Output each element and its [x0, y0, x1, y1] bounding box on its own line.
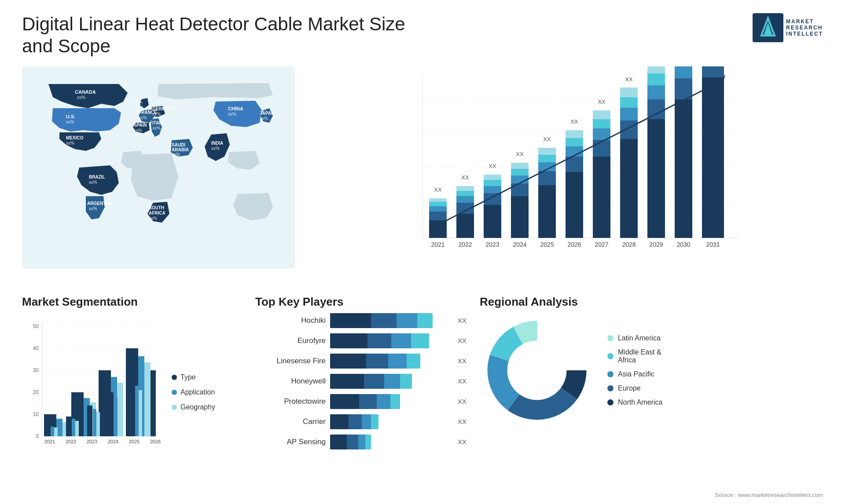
svg-text:xx%: xx%	[89, 206, 97, 211]
player-name-linesense: Linesense Fire	[255, 357, 326, 365]
svg-rect-89	[647, 73, 665, 85]
player-row-protectowire: Protectowire XX	[255, 394, 467, 409]
svg-text:BRAZIL: BRAZIL	[89, 175, 105, 179]
legend-dot-application	[172, 390, 177, 395]
svg-text:SPAIN: SPAIN	[134, 123, 147, 128]
svg-rect-88	[647, 85, 665, 99]
svg-rect-82	[620, 108, 638, 121]
player-bar-linesense	[330, 354, 451, 369]
usa-shape	[52, 108, 121, 131]
svg-rect-152	[108, 392, 114, 436]
svg-text:xx%: xx%	[172, 152, 180, 157]
player-row-honeywell: Honeywell XX	[255, 374, 467, 389]
svg-text:xx%: xx%	[134, 128, 142, 133]
region-dot-ap	[607, 371, 614, 377]
logo-area: MARKET RESEARCH INTELLECT	[753, 13, 823, 42]
legend-europe: Europe	[607, 384, 662, 392]
svg-rect-145	[54, 427, 58, 436]
svg-text:2026: 2026	[567, 241, 581, 248]
svg-rect-44	[456, 214, 474, 238]
player-bar-carrier	[330, 414, 451, 429]
svg-rect-48	[456, 186, 474, 191]
player-value-apsensing: XX	[458, 438, 467, 446]
svg-text:2024: 2024	[108, 439, 118, 444]
africa-shape	[131, 153, 178, 201]
svg-text:30: 30	[33, 367, 39, 373]
region-dot-la	[607, 335, 614, 341]
svg-rect-153	[114, 397, 118, 436]
svg-rect-148	[75, 421, 79, 436]
svg-text:xx%: xx%	[228, 112, 236, 117]
players-section: Top Key Players Hochiki XX Eurofyre	[255, 295, 467, 504]
svg-rect-42	[429, 198, 447, 202]
svg-text:50: 50	[33, 323, 39, 329]
svg-text:2025: 2025	[129, 439, 140, 444]
legend-type: Type	[172, 373, 215, 381]
svg-text:ARABIA: ARABIA	[172, 147, 189, 152]
svg-rect-84	[620, 88, 638, 97]
bar-2025: XX	[538, 136, 556, 238]
svg-text:2025: 2025	[540, 241, 554, 248]
svg-rect-90	[647, 66, 665, 73]
player-value-eurofyre: XX	[458, 337, 467, 344]
svg-text:xx%: xx%	[134, 104, 143, 109]
growth-chart-svg: XX XX XX	[321, 66, 814, 269]
player-name-eurofyre: Eurofyre	[255, 336, 326, 345]
growth-chart-section: XX XX XX	[312, 66, 823, 291]
svg-rect-66	[538, 148, 556, 155]
regional-content: Latin America Middle East &Africa Asia P…	[480, 313, 823, 427]
player-name-honeywell: Honeywell	[255, 377, 326, 386]
legend-asia-pacific: Asia Pacific	[607, 370, 662, 378]
player-value-honeywell: XX	[458, 377, 467, 385]
svg-rect-80	[620, 139, 638, 238]
svg-text:40: 40	[33, 345, 39, 351]
player-row-carrier: Carrier XX	[255, 414, 467, 429]
svg-rect-41	[429, 202, 447, 206]
svg-rect-83	[620, 97, 638, 108]
svg-rect-94	[675, 66, 692, 78]
svg-text:SAUDI: SAUDI	[172, 142, 185, 147]
svg-text:xx%: xx%	[139, 115, 147, 120]
svg-rect-143	[45, 425, 50, 436]
svg-text:xx%: xx%	[66, 141, 74, 146]
svg-rect-53	[484, 180, 501, 186]
legend-latin-america: Latin America	[607, 334, 662, 342]
player-name-hochiki: Hochiki	[255, 316, 326, 325]
svg-rect-158	[151, 370, 156, 436]
bar-2031: XX	[702, 66, 724, 238]
player-row-eurofyre: Eurofyre XX	[255, 333, 467, 348]
player-value-linesense: XX	[458, 357, 467, 365]
svg-text:XX: XX	[598, 99, 606, 105]
bar-2030: XX	[675, 66, 692, 238]
svg-text:2031: 2031	[706, 241, 720, 248]
logo-line2: RESEARCH	[786, 25, 823, 31]
svg-rect-38	[429, 220, 447, 238]
segmentation-section: Market Segmentation 0 10 20 30	[22, 295, 242, 504]
svg-rect-57	[511, 183, 529, 196]
svg-text:2029: 2029	[649, 241, 663, 248]
bar-2022: XX	[456, 174, 474, 238]
svg-rect-154	[118, 401, 121, 436]
bar-2026: XX	[566, 118, 583, 238]
player-name-protectowire: Protectowire	[255, 397, 326, 406]
legend-label-application: Application	[180, 388, 215, 396]
svg-rect-51	[484, 193, 501, 205]
legend-application: Application	[172, 388, 215, 396]
player-name-apsensing: AP Sensing	[255, 438, 326, 446]
svg-text:2021: 2021	[44, 439, 55, 444]
bar-2028: XX	[620, 76, 638, 238]
svg-rect-150	[93, 409, 96, 436]
svg-text:xx%: xx%	[152, 112, 161, 117]
header: Digital Linear Heat Detector Cable Marke…	[0, 0, 845, 62]
player-bar-apsensing	[330, 435, 451, 449]
svg-text:XX: XX	[516, 151, 524, 157]
source-text: Source : www.marketresearchintellect.com	[715, 491, 823, 499]
svg-rect-92	[675, 99, 692, 238]
region-label-eu: Europe	[618, 384, 641, 392]
players-title: Top Key Players	[255, 295, 467, 309]
bar-2027: XX	[593, 99, 610, 238]
svg-rect-141	[144, 362, 151, 436]
svg-text:2024: 2024	[513, 241, 526, 248]
svg-rect-50	[484, 205, 501, 238]
svg-text:2030: 2030	[676, 241, 690, 248]
